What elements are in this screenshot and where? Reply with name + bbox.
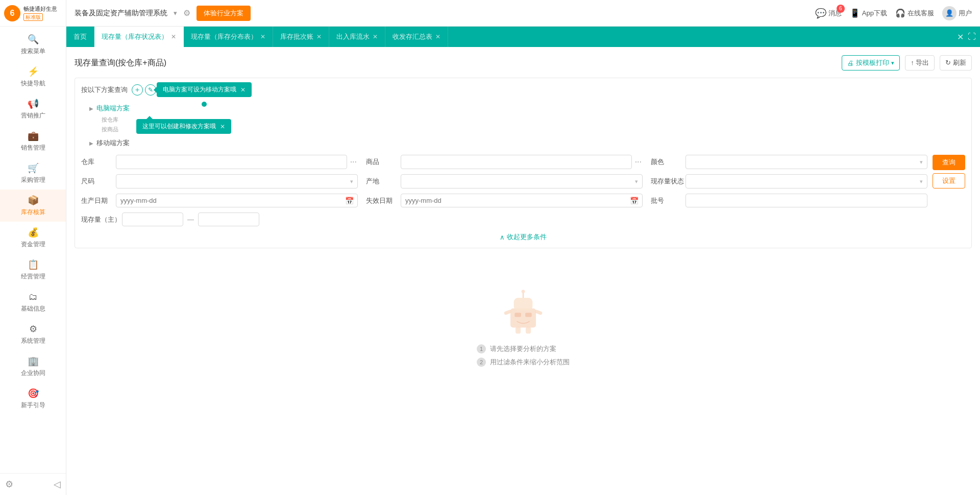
sidebar-item-basic-info[interactable]: 🗂 基础信息 [0,286,66,318]
tab-in-out-flow-label: 出入库流水 [336,32,370,41]
search-menu-icon: 🔍 [28,34,39,45]
scheme-item-pc[interactable]: ▶ 电脑端方案 [89,102,965,115]
page-content: 现存量查询(按仓库+商品) 🖨 按模板打印 ▾ ↑ 导出 ↻ 刷新 [66,47,980,495]
sidebar-logo: 6 畅捷通好生意 标准版 [0,0,66,27]
system-dropdown-icon[interactable]: ▾ [174,9,177,17]
collapse-btn[interactable]: ∧ 收起更多条件 [500,232,547,242]
scheme-edit-tooltip-close[interactable]: ✕ [220,123,225,130]
search-btn[interactable]: 查询 [933,155,965,170]
printer-icon: 🖨 [847,59,854,67]
tab-stock-dist-close[interactable]: ✕ [260,34,265,40]
tab-in-out-flow[interactable]: 出入库流水 ✕ [329,27,385,47]
svg-rect-7 [514,298,533,311]
scheme-tooltip-close[interactable]: ✕ [240,86,246,93]
tab-collection-close[interactable]: ✕ [435,34,440,40]
export-btn[interactable]: ↑ 导出 [905,55,935,70]
scheme-mobile-label: 移动端方案 [96,138,130,148]
sidebar-item-enterprise[interactable]: 🏢 企业协同 [0,350,66,383]
prod-date-calendar-icon[interactable]: 📅 [345,197,354,205]
scheme-item-mobile[interactable]: ▶ 移动端方案 [89,136,965,150]
tab-close-all-icon[interactable]: ✕ [957,32,964,42]
empty-hint-1: 1 请先选择要分析的方案 [477,344,570,353]
main-area: 装备及固定资产辅助管理系统 ▾ ⚙ 体验行业方案 💬 6 消息 📱 App下载 … [66,0,980,495]
field-exp-date: 失效日期 📅 [366,194,643,207]
sidebar-item-guide[interactable]: 🎯 新手引导 [0,383,66,415]
online-support-label: 在线客服 [908,9,934,18]
logo-icon: 6 [4,5,20,21]
tab-expand-icon[interactable]: ⛶ [968,32,976,41]
field-goods: 商品 ··· [366,155,643,169]
tab-stock-status[interactable]: 现存量（库存状况表） ✕ [94,27,184,47]
tab-home[interactable]: 首页 [66,27,94,47]
sidebar-item-quick-nav[interactable]: ⚡ 快捷导航 [0,61,66,93]
field-prod-date: 生产日期 📅 [81,194,358,207]
svg-rect-1 [514,313,521,317]
collapse-sidebar-icon[interactable]: ◁ [54,479,61,490]
prod-date-input[interactable] [116,194,358,207]
enterprise-icon: 🏢 [28,356,39,367]
empty-text: 1 请先选择要分析的方案 2 用过滤条件来缩小分析范围 [477,344,570,367]
sidebar-item-label: 系统管理 [21,337,45,345]
tab-stock-dist[interactable]: 现存量（库存分布表） ✕ [184,27,273,47]
exp-date-input[interactable] [401,194,643,207]
warehouse-input[interactable] [116,155,347,169]
refresh-btn[interactable]: ↻ 刷新 [940,55,972,70]
prod-date-label: 生产日期 [81,196,112,205]
empty-hint-1-text: 请先选择要分析的方案 [490,344,556,353]
template-print-dropdown-icon[interactable]: ▾ [891,60,894,66]
tab-batch-account-close[interactable]: ✕ [316,34,322,40]
sidebar-item-marketing[interactable]: 📢 营销推广 [0,93,66,125]
template-print-btn[interactable]: 🖨 按模板打印 ▾ [842,55,900,70]
color-select[interactable]: ▾ [685,155,927,169]
message-icon: 💬 [815,8,826,19]
guide-icon: 🎯 [28,388,39,399]
size-control: ▾ [116,174,358,188]
sidebar-item-label: 企业协同 [21,369,45,378]
message-action[interactable]: 💬 6 消息 [815,8,842,19]
sidebar-item-label: 库存核算 [21,208,45,217]
goods-input[interactable] [401,155,632,169]
size-select[interactable]: ▾ [116,174,358,188]
color-control: ▾ [685,155,927,169]
template-print-label: 按模板打印 [856,58,889,67]
batch-input[interactable] [685,194,927,207]
stock-qty-min-input[interactable] [122,213,183,226]
settings-icon[interactable]: ⚙ [5,479,13,490]
user-action[interactable]: 👤 用户 [942,6,972,20]
tab-stock-status-close[interactable]: ✕ [171,34,176,40]
sidebar-item-search-menu[interactable]: 🔍 搜索菜单 [0,29,66,61]
sidebar-nav: 🔍 搜索菜单 ⚡ 快捷导航 📢 营销推广 💼 销售管理 🛒 采购管理 📦 库存核… [0,27,66,473]
sidebar-item-system[interactable]: ⚙ 系统管理 [0,318,66,350]
color-label: 颜色 [651,157,681,167]
sidebar-item-finance[interactable]: 💰 资金管理 [0,222,66,254]
refresh-icon: ↻ [945,59,951,66]
sidebar-item-operation[interactable]: 📋 经营管理 [0,254,66,286]
field-stock-status: 现存量状态 ▾ [651,174,927,188]
add-scheme-btn[interactable]: ＋ [132,84,143,96]
tab-batch-account-label: 库存批次账 [280,32,313,41]
exp-date-label: 失效日期 [366,196,397,205]
online-support-action[interactable]: 🎧 在线客服 [895,8,934,18]
tab-collection[interactable]: 收发存汇总表 ✕ [385,27,448,47]
sidebar-item-purchase[interactable]: 🛒 采购管理 [0,157,66,190]
app-download-action[interactable]: 📱 App下载 [850,8,887,18]
set-btn[interactable]: 设置 [933,173,965,188]
sidebar-item-sales[interactable]: 💼 销售管理 [0,125,66,157]
stock-qty-max-input[interactable] [198,213,259,226]
exp-date-calendar-icon[interactable]: 📅 [630,197,639,205]
filter-row-4: 现存量（主） — [81,213,927,226]
origin-select[interactable]: ▾ [401,174,643,188]
stock-status-select[interactable]: ▾ [685,174,927,188]
sidebar-item-inventory[interactable]: 📦 库存核算 [0,190,66,222]
tab-batch-account[interactable]: 库存批次账 ✕ [273,27,329,47]
goods-dots-btn[interactable]: ··· [634,157,643,167]
tab-in-out-flow-close[interactable]: ✕ [373,34,378,40]
svg-rect-0 [510,309,536,328]
warehouse-dots-btn[interactable]: ··· [349,157,358,167]
settings-header-icon[interactable]: ⚙ [183,8,190,18]
header-right: 💬 6 消息 📱 App下载 🎧 在线客服 👤 用户 [815,6,972,20]
size-label: 尺码 [81,177,112,186]
scheme-pc-sub2-label: 按商品 [102,126,118,132]
sidebar-item-label: 营销推广 [21,111,45,120]
industry-btn[interactable]: 体验行业方案 [197,6,251,21]
